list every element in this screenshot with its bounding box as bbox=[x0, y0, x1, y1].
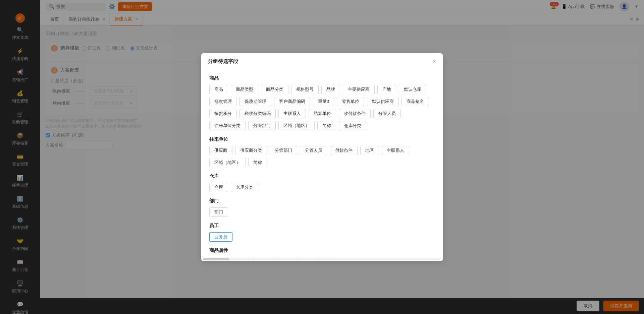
field-tag-warehouse-0[interactable]: 仓库 bbox=[209, 183, 228, 192]
field-tag-product-8[interactable]: 批次管理 bbox=[209, 97, 237, 106]
field-tag-partner-1[interactable]: 供应商分类 bbox=[235, 146, 267, 155]
field-tag-product-14[interactable]: 商品别名 bbox=[401, 97, 429, 106]
field-tag-partner-7[interactable]: 区域（地区） bbox=[209, 158, 246, 167]
field-tag-product-20[interactable]: 分管人员 bbox=[373, 109, 401, 118]
dialog: 分组待选字段 × 商品商品商品类型商品分类规格型号品牌主要供应商产地默认仓库批次… bbox=[201, 53, 443, 261]
field-section-partner: 往来单位供应商供应商分类分管部门分管人员付款条件地区主联系人区域（地区）简称 bbox=[209, 136, 435, 167]
field-section-title-department: 部门 bbox=[209, 198, 435, 204]
field-tag-product-10[interactable]: 客户商品编码 bbox=[274, 97, 310, 106]
field-tag-product-16[interactable]: 税收分类编码 bbox=[239, 109, 276, 118]
field-tag-partner-6[interactable]: 主联系人 bbox=[382, 146, 409, 155]
field-tag-product-19[interactable]: 收付款条件 bbox=[339, 109, 371, 118]
field-section-title-employee: 员工 bbox=[209, 223, 435, 229]
field-tag-product-11[interactable]: 重量3 bbox=[313, 97, 334, 106]
field-tag-partner-8[interactable]: 简称 bbox=[248, 158, 267, 167]
field-tag-warehouse-1[interactable]: 仓库分类 bbox=[231, 183, 258, 192]
field-tag-partner-4[interactable]: 付款条件 bbox=[330, 146, 358, 155]
field-tag-product-22[interactable]: 分管部门 bbox=[248, 121, 276, 130]
field-tags-partner: 供应商供应商分类分管部门分管人员付款条件地区主联系人区域（地区）简称 bbox=[209, 146, 435, 167]
field-section-product_attr: 商品属性属性颜色多规格尺码鞋码1 bbox=[209, 248, 435, 258]
field-tag-product-1[interactable]: 商品类型 bbox=[231, 85, 258, 94]
field-section-product: 商品商品商品类型商品分类规格型号品牌主要供应商产地默认仓库批次管理保质期管理客户… bbox=[209, 75, 435, 130]
field-tag-product-12[interactable]: 零售单位 bbox=[337, 97, 364, 106]
field-tag-partner-2[interactable]: 分管部门 bbox=[270, 146, 297, 155]
field-tag-product-0[interactable]: 商品 bbox=[209, 85, 228, 94]
field-tag-product-21[interactable]: 往来单位分类 bbox=[209, 121, 246, 130]
field-tag-product-13[interactable]: 默认供应商 bbox=[367, 97, 399, 106]
dialog-overlay: 分组待选字段 × 商品商品商品类型商品分类规格型号品牌主要供应商产地默认仓库批次… bbox=[0, 0, 644, 314]
field-tag-product-3[interactable]: 规格型号 bbox=[291, 85, 319, 94]
field-tags-employee: 业务员 bbox=[209, 232, 435, 242]
field-section-department: 部门部门 bbox=[209, 198, 435, 217]
dialog-body[interactable]: 商品商品商品类型商品分类规格型号品牌主要供应商产地默认仓库批次管理保质期管理客户… bbox=[201, 70, 443, 258]
field-tag-product-5[interactable]: 主要供应商 bbox=[343, 85, 375, 94]
field-tag-product-25[interactable]: 仓库分类 bbox=[339, 121, 366, 130]
field-tag-department-0[interactable]: 部门 bbox=[209, 207, 228, 217]
field-tag-employee-0[interactable]: 业务员 bbox=[209, 232, 232, 242]
field-tag-product-24[interactable]: 简称 bbox=[317, 121, 336, 130]
field-tags-warehouse: 仓库仓库分类 bbox=[209, 183, 435, 192]
field-tag-partner-0[interactable]: 供应商 bbox=[209, 146, 232, 155]
dialog-header: 分组待选字段 × bbox=[201, 53, 443, 70]
field-tags-product: 商品商品类型商品分类规格型号品牌主要供应商产地默认仓库批次管理保质期管理客户商品… bbox=[209, 85, 435, 130]
field-tag-product-4[interactable]: 品牌 bbox=[321, 85, 340, 94]
dialog-close-button[interactable]: × bbox=[432, 58, 436, 65]
field-section-title-product_attr: 商品属性 bbox=[209, 248, 435, 254]
field-tag-product-2[interactable]: 商品分类 bbox=[261, 85, 288, 94]
field-section-employee: 员工业务员 bbox=[209, 223, 435, 242]
field-section-warehouse: 仓库仓库仓库分类 bbox=[209, 173, 435, 192]
field-tag-product-7[interactable]: 默认仓库 bbox=[399, 85, 426, 94]
field-section-title-product: 商品 bbox=[209, 75, 435, 81]
field-section-title-partner: 往来单位 bbox=[209, 136, 435, 142]
field-tag-product-9[interactable]: 保质期管理 bbox=[239, 97, 271, 106]
dialog-title: 分组待选字段 bbox=[208, 58, 238, 65]
field-tag-partner-5[interactable]: 地区 bbox=[360, 146, 379, 155]
field-section-title-warehouse: 仓库 bbox=[209, 173, 435, 179]
field-tag-product-18[interactable]: 结算单位 bbox=[309, 109, 336, 118]
field-tag-partner-3[interactable]: 分管人员 bbox=[300, 146, 327, 155]
field-tags-department: 部门 bbox=[209, 207, 435, 217]
dialog-scrollbar-h[interactable] bbox=[201, 258, 443, 261]
field-tag-product-23[interactable]: 区域（地区） bbox=[278, 121, 315, 130]
field-tag-product-17[interactable]: 主联系人 bbox=[278, 109, 306, 118]
field-tag-product-15[interactable]: 拣货积分 bbox=[209, 109, 237, 118]
field-tag-product-6[interactable]: 产地 bbox=[377, 85, 396, 94]
